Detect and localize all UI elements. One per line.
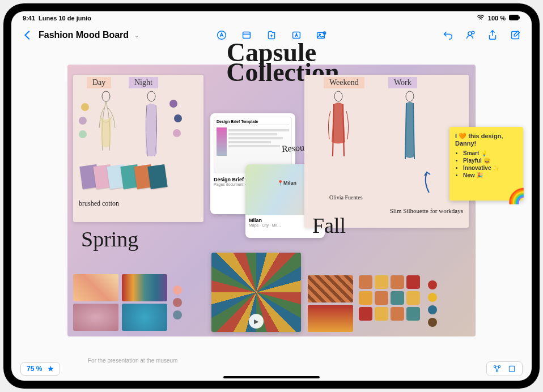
palette-grid	[359, 275, 420, 332]
status-time: 9:41	[23, 15, 35, 22]
palette-dots	[426, 275, 439, 332]
statusbar: 9:41 Lunes 10 de junio 100 %	[11, 11, 532, 23]
color-dot	[79, 117, 87, 125]
svg-rect-11	[512, 32, 519, 39]
color-dot	[173, 129, 181, 137]
collaborate-button[interactable]	[464, 29, 476, 41]
share-button[interactable]	[486, 29, 499, 41]
insert-media-button[interactable]	[315, 29, 328, 41]
new-board-button[interactable]	[509, 29, 521, 41]
status-date: Lunes 10 de junio	[39, 15, 91, 22]
fall-label: Fall	[312, 213, 346, 259]
brushed-cotton-label: brushed cotton	[79, 199, 119, 208]
markup-tool-button[interactable]	[215, 29, 228, 41]
svg-rect-3	[243, 32, 251, 39]
arrow-annotation	[418, 171, 435, 194]
svg-point-13	[147, 91, 155, 101]
undo-button[interactable]	[441, 29, 453, 41]
sticky-note[interactable]: I 🧡 this design, Danny! Smart 💡 Playful …	[449, 127, 523, 201]
palette-dots	[171, 274, 184, 331]
status-battery: 100 %	[488, 15, 506, 22]
map-pin: 📍Milan	[277, 180, 296, 186]
zoom-control[interactable]: 75 % ★	[20, 362, 60, 376]
palette-image	[308, 305, 353, 332]
zoom-value: 75 %	[27, 365, 42, 373]
tag-night: Night	[129, 77, 158, 88]
svg-rect-1	[519, 16, 520, 19]
battery-icon	[509, 15, 520, 22]
color-dot	[81, 103, 89, 111]
palette-image	[73, 274, 118, 301]
fall-panel[interactable]: Weekend Work Olivia Fuentes Slim Silhoue…	[304, 75, 469, 228]
svg-point-14	[334, 91, 342, 101]
color-dot	[79, 130, 87, 138]
palette-image	[122, 304, 167, 331]
svg-point-10	[472, 31, 474, 34]
back-button[interactable]	[22, 29, 34, 41]
spring-palette-group[interactable]	[73, 274, 184, 331]
ipad-frame: 9:41 Lunes 10 de junio 100 % Fashion Moo…	[3, 3, 540, 389]
tag-work: Work	[388, 77, 417, 88]
play-icon[interactable]: ▶	[249, 314, 264, 329]
sticky-list: Smart 💡 Playful 😄 Innovative ✨ New 🎉	[455, 150, 517, 178]
figure-day	[89, 88, 123, 168]
sticky-heading: I 🧡 this design, Danny!	[455, 133, 517, 147]
bottombar: 75 % ★	[20, 361, 523, 376]
figure-night	[134, 88, 168, 168]
color-dot	[169, 100, 177, 108]
canvas[interactable]: CapsuleCollection Day Night	[11, 48, 532, 358]
svg-point-9	[468, 32, 472, 35]
tag-weekend: Weekend	[324, 77, 364, 88]
screen: 9:41 Lunes 10 de junio 100 % Fashion Moo…	[11, 11, 532, 381]
favorites-icon[interactable]: ★	[48, 365, 54, 373]
svg-rect-0	[510, 15, 519, 20]
silhouette-note: Slim Silhouette for workdays	[390, 207, 463, 214]
mood-board[interactable]: CapsuleCollection Day Night	[67, 65, 476, 336]
svg-point-12	[102, 91, 110, 101]
palette-image	[308, 275, 353, 302]
chevron-down-icon[interactable]: ⌄	[134, 32, 139, 39]
svg-rect-19	[509, 366, 514, 371]
fabric-swatches	[84, 165, 175, 199]
graph-view-button[interactable]	[493, 364, 502, 373]
wifi-icon	[477, 15, 485, 22]
fall-palette-group[interactable]	[308, 275, 439, 332]
tag-day: Day	[87, 77, 111, 88]
board-title[interactable]: Fashion Mood Board	[39, 30, 129, 40]
fit-view-button[interactable]	[507, 364, 516, 373]
author-signature: Olivia Fuentes	[329, 194, 363, 201]
home-indicator[interactable]	[223, 376, 320, 378]
svg-point-15	[406, 91, 414, 101]
spring-panel[interactable]: Day Night	[73, 75, 203, 222]
rainbow-icon: 🌈	[507, 188, 525, 205]
palette-image	[122, 274, 167, 301]
color-dot	[174, 114, 182, 122]
palette-image	[73, 304, 118, 331]
figure-work	[393, 88, 427, 168]
figure-weekend	[321, 88, 355, 168]
svg-point-7	[319, 34, 320, 35]
video-tile[interactable]: ▶	[211, 253, 301, 332]
